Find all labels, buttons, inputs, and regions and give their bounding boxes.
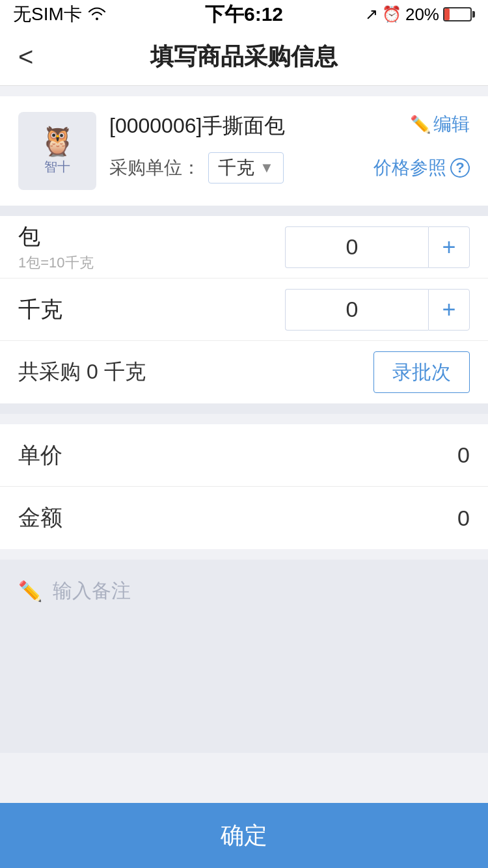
unit-value: 千克 (218, 156, 254, 180)
product-info: [0000006]手撕面包 ✏️ 编辑 采购单位： 千克 ▼ 价格参照 ? (109, 112, 470, 183)
price-ref-label: 价格参照 (373, 156, 446, 180)
content-spacer (0, 623, 488, 753)
bag-plus-button[interactable]: + (428, 226, 470, 268)
product-image: 🦉 智十 (18, 112, 96, 190)
chevron-down-icon: ▼ (260, 159, 274, 176)
product-name: [0000006]手撕面包 (109, 112, 285, 141)
amount-row: 金额 0 (0, 487, 488, 549)
bag-label-group: 包 1包=10千克 (18, 222, 96, 273)
battery-percent: 20% (405, 5, 439, 25)
product-header: [0000006]手撕面包 ✏️ 编辑 (109, 112, 470, 141)
product-title: 手撕面包 (202, 114, 285, 137)
unit-label: 采购单位： (109, 156, 200, 180)
note-placeholder: 输入备注 (53, 578, 131, 604)
bag-sublabel: 1包=10千克 (18, 253, 96, 273)
amount-label: 金额 (18, 503, 62, 533)
unit-selector: 采购单位： 千克 ▼ (109, 152, 284, 183)
kg-label-group: 千克 (18, 295, 96, 325)
unit-price-row: 单价 0 (0, 424, 488, 487)
confirm-button[interactable]: 确定 (0, 803, 488, 868)
carrier-text: 无SIM卡 (13, 2, 82, 27)
status-bar-right: ↗ ⏰ 20% (365, 5, 475, 25)
alarm-icon: ⏰ (382, 5, 401, 23)
status-bar-time: 下午6:12 (205, 1, 283, 28)
summary-row: 共采购 0 千克 录批次 (0, 341, 488, 403)
wifi-icon (87, 4, 107, 25)
kg-plus-button[interactable]: + (428, 289, 470, 331)
status-bar: 无SIM卡 下午6:12 ↗ ⏰ 20% (0, 0, 488, 29)
bag-input-row: 包 1包=10千克 + (0, 216, 488, 278)
location-icon: ↗ (365, 5, 378, 23)
input-section: 包 1包=10千克 + 千克 + (0, 216, 488, 341)
back-button[interactable]: < (18, 42, 33, 72)
bag-label: 包 (18, 222, 96, 252)
note-section[interactable]: ✏️ 输入备注 (0, 560, 488, 623)
page-title: 填写商品采购信息 (150, 41, 338, 73)
status-bar-left: 无SIM卡 (13, 2, 107, 27)
section-divider-2 (0, 403, 488, 414)
owl-icon: 🦉 (40, 127, 75, 156)
kg-quantity-input[interactable] (285, 289, 428, 331)
record-batch-button[interactable]: 录批次 (373, 351, 470, 393)
section-divider-1 (0, 206, 488, 216)
info-icon: ? (450, 158, 470, 178)
kg-label: 千克 (18, 295, 96, 325)
pencil-icon: ✏️ (18, 580, 42, 603)
battery-indicator (443, 7, 475, 21)
product-card: 🦉 智十 [0000006]手撕面包 ✏️ 编辑 采购单位： 千克 ▼ 价格参照 (0, 96, 488, 206)
edit-button[interactable]: ✏️ 编辑 (410, 112, 470, 137)
product-unit-row: 采购单位： 千克 ▼ 价格参照 ? (109, 152, 470, 183)
edit-label: 编辑 (433, 112, 470, 137)
price-info-section: 单价 0 金额 0 (0, 424, 488, 549)
price-reference-button[interactable]: 价格参照 ? (373, 156, 470, 180)
kg-input-row: 千克 + (0, 278, 488, 341)
bag-input-right: + (96, 226, 470, 268)
unit-price-label: 单价 (18, 441, 62, 470)
bag-quantity-input[interactable] (285, 226, 428, 268)
confirm-button-label: 确定 (221, 820, 267, 852)
unit-select-dropdown[interactable]: 千克 ▼ (208, 152, 284, 183)
summary-text: 共采购 0 千克 (18, 358, 146, 387)
edit-icon: ✏️ (410, 115, 431, 135)
nav-bar: < 填写商品采购信息 (0, 29, 488, 86)
kg-input-right: + (96, 289, 470, 331)
product-id: [0000006] (109, 114, 202, 137)
product-image-inner: 🦉 智十 (40, 127, 75, 176)
unit-price-value: 0 (457, 442, 470, 468)
amount-value: 0 (457, 506, 470, 531)
brand-text: 智十 (44, 158, 70, 176)
